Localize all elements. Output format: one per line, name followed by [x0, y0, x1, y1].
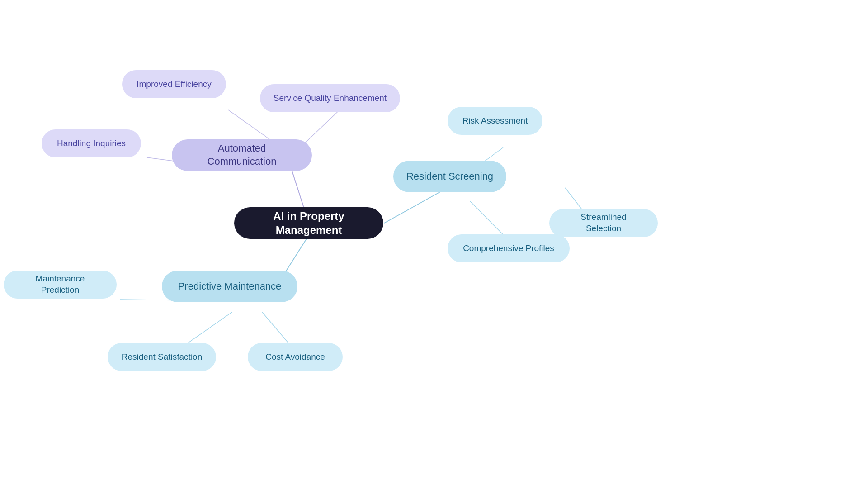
handling-inquiries-node: Handling Inquiries — [42, 129, 141, 157]
center-node: AI in Property Management — [234, 207, 383, 239]
svg-line-8 — [384, 188, 448, 223]
risk-assessment-node: Risk Assessment — [448, 107, 542, 135]
service-quality-enhancement-node: Service Quality Enhancement — [260, 84, 400, 112]
resident-satisfaction-node: Resident Satisfaction — [108, 343, 216, 371]
cost-avoidance-node: Cost Avoidance — [248, 343, 343, 371]
streamlined-selection-node: Streamlined Selection — [549, 209, 658, 237]
automated-communication-node: Automated Communication — [172, 139, 312, 171]
predictive-maintenance-node: Predictive Maintenance — [162, 271, 297, 302]
comprehensive-profiles-node: Comprehensive Profiles — [448, 234, 570, 262]
maintenance-prediction-node: Maintenance Prediction — [4, 271, 117, 299]
improved-efficiency-node: Improved Efficiency — [122, 70, 226, 98]
resident-screening-node: Resident Screening — [393, 161, 506, 192]
